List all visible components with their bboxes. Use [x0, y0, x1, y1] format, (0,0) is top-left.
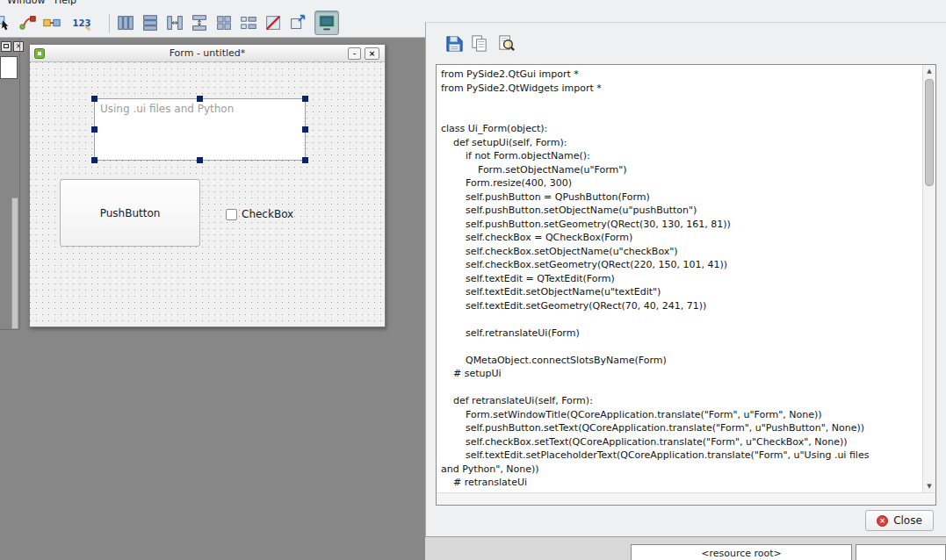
layout-horizontally-button[interactable] — [114, 11, 137, 34]
scrollbar-thumb[interactable] — [925, 79, 934, 186]
selection-handle-top-center[interactable] — [197, 96, 203, 102]
code-preview-dialog: from PySide2.QtGui import * from PySide2… — [425, 22, 946, 537]
dock-close-icon: × — [16, 42, 22, 50]
form-window-title: Form - untitled* — [30, 47, 385, 59]
edit-widgets-icon — [0, 13, 12, 32]
close-circle-icon: × — [877, 515, 888, 527]
break-layout-icon — [264, 13, 283, 32]
find-button[interactable] — [495, 32, 517, 54]
selection-handle-bottom-center[interactable] — [197, 157, 203, 163]
form-window: Form - untitled* - × Using .ui files and… — [29, 44, 386, 327]
preview-button[interactable] — [314, 11, 339, 35]
resource-preview-box[interactable] — [856, 544, 946, 560]
layout-vertical-splitter-button[interactable] — [188, 11, 211, 34]
mdi-area: × Form - untitled* - × Using .ui files a… — [0, 38, 425, 560]
preview-icon — [317, 13, 336, 32]
selection-handle-middle-right[interactable] — [302, 126, 308, 133]
close-button-label: Close — [893, 514, 922, 527]
save-icon — [444, 33, 465, 54]
find-icon — [496, 33, 516, 54]
break-layout-button[interactable] — [262, 11, 285, 34]
menu-help[interactable]: Help — [54, 0, 76, 6]
menubar: Window Help — [0, 0, 946, 9]
selection-handle-middle-left[interactable] — [91, 126, 97, 133]
resource-browser: <resource root> — [425, 537, 946, 560]
dock-close-button[interactable]: × — [13, 41, 24, 52]
minimize-button[interactable]: - — [348, 47, 361, 60]
selection-handle-top-left[interactable] — [91, 96, 97, 102]
save-button[interactable] — [443, 32, 466, 54]
adjust-size-button[interactable] — [286, 11, 309, 34]
horizontal-scrollbar[interactable] — [437, 492, 935, 505]
pushbutton-widget[interactable]: PushButton — [60, 179, 200, 247]
adjust-size-icon — [288, 13, 307, 32]
copy-button[interactable] — [467, 32, 490, 54]
scroll-up-icon[interactable]: ▲ — [923, 65, 935, 77]
copy-icon — [469, 33, 489, 54]
checkbox-widget[interactable]: CheckBox — [226, 205, 293, 223]
edit-tab-order-button[interactable]: 123 ✎ — [70, 11, 93, 34]
layout-form-button[interactable] — [237, 11, 260, 34]
vertical-scrollbar[interactable]: ▲ ▼ — [922, 65, 935, 492]
checkbox-box-icon — [226, 209, 237, 220]
checkbox-label: CheckBox — [242, 208, 293, 220]
selection-handle-bottom-right[interactable] — [302, 157, 308, 163]
grid-layout-icon — [214, 13, 234, 32]
dock-float-button[interactable] — [1, 41, 11, 52]
pencil-icon: ✎ — [84, 25, 91, 33]
code-view: from PySide2.QtGui import * from PySide2… — [436, 64, 936, 506]
close-window-button[interactable]: × — [365, 47, 379, 60]
signal-slot-icon — [18, 13, 37, 32]
edit-signals-slots-button[interactable] — [16, 11, 39, 34]
dock-filter-input[interactable] — [0, 56, 18, 79]
edit-widgets-button[interactable] — [0, 11, 14, 34]
dock-edge-divider-bottom — [0, 329, 19, 330]
buddies-icon — [42, 13, 61, 32]
edit-buddies-button[interactable] — [40, 11, 63, 34]
form-layout-icon — [239, 13, 258, 32]
layout-horizontal-icon — [116, 13, 135, 32]
toolbar-separator — [109, 14, 110, 32]
form-canvas[interactable]: Using .ui files and Python PushButton Ch… — [30, 62, 385, 327]
splitter-vertical-icon — [190, 13, 209, 32]
dock-edge-divider — [19, 38, 20, 329]
menu-window[interactable]: Window — [7, 0, 45, 6]
layout-horizontal-splitter-button[interactable] — [163, 11, 186, 34]
selection-handle-bottom-left[interactable] — [91, 157, 97, 163]
textedit-placeholder-text: Using .ui files and Python — [95, 99, 305, 118]
splitter-horizontal-icon — [165, 13, 184, 32]
close-dialog-button[interactable]: × Close — [865, 510, 934, 531]
scroll-down-icon[interactable]: ▼ — [923, 480, 935, 492]
layout-vertically-button[interactable] — [139, 11, 162, 34]
pushbutton-label: PushButton — [100, 207, 161, 219]
code-text[interactable]: from PySide2.QtGui import * from PySide2… — [437, 65, 922, 492]
textedit-widget[interactable]: Using .ui files and Python — [94, 98, 306, 161]
qt-designer-window: Window Help 123 ✎ — [0, 0, 946, 560]
resource-root-item[interactable]: <resource root> — [631, 544, 852, 560]
form-titlebar[interactable]: Form - untitled* - × — [30, 45, 385, 62]
dock-scrollbar[interactable] — [11, 197, 18, 329]
layout-grid-button[interactable] — [213, 11, 235, 34]
selection-handle-top-right[interactable] — [302, 96, 308, 102]
layout-vertical-icon — [141, 13, 160, 32]
dock-float-icon — [4, 44, 9, 48]
